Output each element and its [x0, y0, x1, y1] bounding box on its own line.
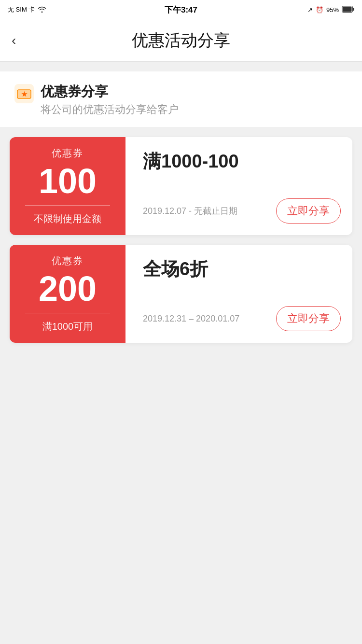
- coupon-left-2: 优惠券 200 满1000可用: [10, 245, 125, 343]
- battery-percent: 95%: [326, 6, 339, 14]
- coupon-separator-2: [25, 313, 110, 313]
- carrier-text: 无 SIM 卡: [8, 5, 35, 14]
- section-header-title: 优惠券分享: [41, 83, 179, 100]
- coupon-right-2: 全场6折 2019.12.31 – 2020.01.07 立即分享: [125, 245, 352, 343]
- coupon-list: 优惠券 100 不限制使用金额 满1000-100 2019.12.07 - 无…: [0, 127, 362, 362]
- section-header-desc: 将公司的优惠活动分享给客户: [41, 102, 179, 117]
- page-title: 优惠活动分享: [132, 29, 230, 52]
- coupon-type-label-2: 优惠券: [52, 254, 84, 267]
- share-button-1[interactable]: 立即分享: [276, 198, 341, 224]
- svg-text:★: ★: [21, 90, 28, 98]
- coupon-date-1: 2019.12.07 - 无截止日期: [143, 205, 276, 217]
- coupon-bottom-row-1: 2019.12.07 - 无截止日期 立即分享: [143, 198, 341, 224]
- empty-area: [0, 362, 362, 644]
- coupon-left-1: 优惠券 100 不限制使用金额: [10, 137, 125, 235]
- wifi-icon: [38, 6, 46, 14]
- coupon-type-label-1: 优惠券: [52, 147, 84, 160]
- share-button-2[interactable]: 立即分享: [276, 306, 341, 331]
- coupon-card-1: 优惠券 100 不限制使用金额 满1000-100 2019.12.07 - 无…: [10, 137, 352, 235]
- section-header: ★ 优惠券分享 将公司的优惠活动分享给客户: [0, 71, 362, 127]
- status-right: ↗ ⏰ 95%: [307, 6, 354, 14]
- section-header-text: 优惠券分享 将公司的优惠活动分享给客户: [41, 83, 179, 117]
- coupon-title-1: 满1000-100: [143, 151, 341, 173]
- coupon-date-2: 2019.12.31 – 2020.01.07: [143, 313, 276, 325]
- location-icon: ↗: [307, 6, 313, 14]
- top-divider: [0, 62, 362, 71]
- coupon-share-icon: ★: [14, 84, 34, 103]
- coupon-right-1: 满1000-100 2019.12.07 - 无截止日期 立即分享: [125, 137, 352, 235]
- alarm-icon: ⏰: [316, 6, 323, 14]
- coupon-card-2: 优惠券 200 满1000可用 全场6折 2019.12.31 – 2020.0…: [10, 245, 352, 343]
- svg-rect-1: [353, 8, 354, 11]
- svg-rect-2: [343, 6, 352, 12]
- coupon-condition-2: 满1000可用: [42, 320, 93, 343]
- status-bar: 无 SIM 卡 下午3:47 ↗ ⏰ 95%: [0, 0, 362, 19]
- battery-icon: [342, 6, 354, 14]
- coupon-condition-1: 不限制使用金额: [34, 212, 101, 235]
- back-button[interactable]: ‹: [12, 33, 16, 48]
- status-time: 下午3:47: [165, 4, 197, 15]
- coupon-title-2: 全场6折: [143, 258, 341, 280]
- coupon-value-1: 100: [39, 164, 97, 198]
- status-left: 无 SIM 卡: [8, 5, 46, 14]
- coupon-value-2: 200: [39, 271, 97, 306]
- coupon-separator-1: [25, 205, 110, 206]
- coupon-bottom-row-2: 2019.12.31 – 2020.01.07 立即分享: [143, 306, 341, 331]
- nav-bar: ‹ 优惠活动分享: [0, 19, 362, 62]
